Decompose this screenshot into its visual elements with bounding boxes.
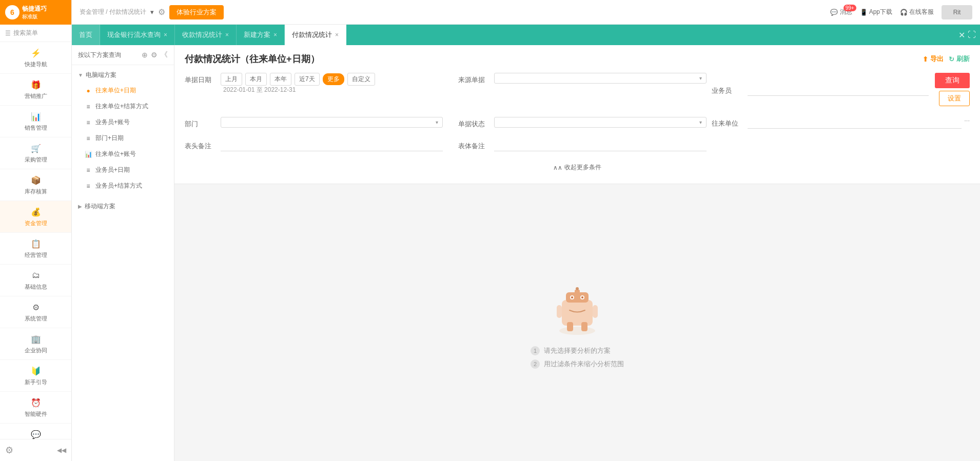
clipboard-icon: 📋 <box>30 238 42 249</box>
footer-collapse-icon[interactable]: ◀◀ <box>57 447 66 454</box>
online-service-button[interactable]: 🎧 在线客服 <box>900 8 934 16</box>
tab-payment[interactable]: 付款情况统计 × <box>285 25 346 45</box>
sidebar-item-hardware[interactable]: ⏰ 智能硬件 <box>0 392 71 424</box>
group-arrow-icon: ▼ <box>78 72 83 78</box>
date-range-text: 2022-01-01 至 2022-12-31 <box>223 86 443 94</box>
header-note-input[interactable] <box>221 139 443 151</box>
header-note-section: 表头备注 <box>185 139 443 151</box>
staff-input[interactable] <box>748 84 929 96</box>
date-btn-last-month[interactable]: 上月 <box>221 73 242 86</box>
search-menu[interactable]: ☰ 搜索菜单 <box>0 25 71 42</box>
app-download-button[interactable]: 📱 App下载 <box>860 8 892 16</box>
scheme-item-partner-date[interactable]: ● 往来单位+日期 <box>72 83 174 98</box>
phone-icon: 📱 <box>860 9 868 16</box>
body-note-input[interactable] <box>494 139 706 151</box>
collapse-button[interactable]: ∧∧ 收起更多条件 <box>549 159 605 176</box>
scheme-group-desktop-title[interactable]: ▼ 电脑端方案 <box>72 68 174 83</box>
status-select[interactable]: ▾ <box>494 117 706 128</box>
topbar-gear-icon[interactable]: ⚙ <box>158 7 165 17</box>
partner-dots-icon[interactable]: ··· <box>964 116 970 124</box>
dept-select[interactable]: ▾ <box>221 117 443 128</box>
sidebar-item-inventory[interactable]: 📦 库存核算 <box>0 169 71 201</box>
message-button[interactable]: 💬 消息 99+ <box>830 8 852 16</box>
scheme-item-partner-settle[interactable]: ≡ 往来单位+结算方式 <box>72 98 174 114</box>
avatar[interactable]: Rit <box>942 5 972 19</box>
svg-point-6 <box>581 296 583 298</box>
tab-new-scheme-close-icon[interactable]: × <box>273 31 277 38</box>
cart-icon: 🛒 <box>30 143 42 154</box>
scheme-group-mobile-title[interactable]: ▶ 移动端方案 <box>72 199 174 214</box>
tab-maximize-icon[interactable]: ⛶ <box>968 30 976 39</box>
sidebar-item-enterprise[interactable]: 🏢 企业协同 <box>0 328 71 360</box>
sidebar-nav: ⚡ 快捷导航 🎁 营销推广 📊 销售管理 🛒 采购管理 📦 库存核算 💰 资金管… <box>0 42 71 439</box>
main-area: 资金管理 / 付款情况统计 ▾ ⚙ 体验行业方案 💬 消息 99+ 📱 App下… <box>72 0 980 461</box>
date-btn-more[interactable]: 更多 <box>323 73 344 85</box>
scheme-settings-button[interactable]: ⚙ <box>151 51 158 59</box>
sidebar-item-finance[interactable]: 💰 资金管理 <box>0 201 71 233</box>
scheme-item-staff-account[interactable]: ≡ 业务员+账号 <box>72 114 174 130</box>
svg-point-5 <box>571 296 573 298</box>
tab-receipt-close-icon[interactable]: × <box>225 31 229 38</box>
export-icon: ⬆ <box>923 55 928 63</box>
body-note-label: 表体备注 <box>458 139 494 151</box>
date-btn-7days[interactable]: 近7天 <box>295 73 320 86</box>
tab-payment-close-icon[interactable]: × <box>335 31 339 38</box>
scheme-item-staff-date[interactable]: ≡ 业务员+日期 <box>72 162 174 178</box>
sidebar-item-operations[interactable]: 📋 经营管理 <box>0 233 71 265</box>
filter-settings-button[interactable]: 设置 <box>939 91 970 106</box>
tabbar-spacer <box>346 25 954 45</box>
tab-new-scheme[interactable]: 新建方案 × <box>237 25 285 45</box>
status-label: 单据状态 <box>458 117 494 129</box>
breadcrumb-dropdown-icon[interactable]: ▾ <box>150 8 154 16</box>
scheme-collapse-button[interactable]: 《 <box>161 50 168 59</box>
data-area: 1 请先选择要分析的方案 2 用过滤条件来缩小分析范围 <box>174 184 980 461</box>
date-btn-this-month[interactable]: 本月 <box>245 73 267 86</box>
source-select[interactable]: ▾ <box>494 73 706 84</box>
header-note-label: 表头备注 <box>185 139 221 151</box>
sidebar-item-shortcuts[interactable]: ⚡ 快捷导航 <box>0 42 71 74</box>
hint-num-1: 1 <box>531 346 540 355</box>
tab-bank[interactable]: 现金银行流水查询 × <box>100 25 175 45</box>
tabbar: 首页 现金银行流水查询 × 收款情况统计 × 新建方案 × 付款情况统计 × ✕… <box>72 25 980 45</box>
dept-select-arrow-icon: ▾ <box>436 119 438 125</box>
chart-icon: 📊 <box>30 111 42 122</box>
tab-receipt[interactable]: 收款情况统计 × <box>175 25 237 45</box>
logo-icon: 6 <box>5 5 19 19</box>
status-select-arrow-icon: ▾ <box>699 119 702 125</box>
date-btn-custom[interactable]: 自定义 <box>347 73 375 86</box>
refresh-button[interactable]: ↻ 刷新 <box>949 54 970 64</box>
date-filter-section: 单据日期 上月 本月 本年 近7天 更多 自定义 2022-01-01 至 20… <box>185 73 443 94</box>
tab-bank-close-icon[interactable]: × <box>164 31 167 38</box>
sidebar-item-system[interactable]: ⚙ 系统管理 <box>0 296 71 328</box>
scheme-item-icon-5: ≡ <box>84 166 92 174</box>
sidebar-item-basic[interactable]: 🗂 基础信息 <box>0 265 71 296</box>
money-icon: 💰 <box>30 206 42 217</box>
date-btn-this-year[interactable]: 本年 <box>270 73 291 86</box>
dept-filter-section: 部门 ▾ <box>185 117 443 129</box>
sidebar-item-marketing[interactable]: 🎁 营销推广 <box>0 74 71 106</box>
sidebar-item-wechat[interactable]: 💬 企业微信 <box>0 424 71 439</box>
scheme-add-button[interactable]: ⊕ <box>142 51 148 59</box>
search-icon: ☰ <box>5 30 11 37</box>
empty-hint-2: 2 用过滤条件来缩小分析范围 <box>531 359 624 369</box>
svg-rect-10 <box>593 305 598 318</box>
scheme-header: 按以下方案查询 ⊕ ⚙ 《 <box>72 45 174 65</box>
sidebar-item-purchase[interactable]: 🛒 采购管理 <box>0 137 71 169</box>
footer-settings-icon[interactable]: ⚙ <box>5 445 13 456</box>
scheme-item-partner-account[interactable]: 📊 往来单位+账号 <box>72 146 174 162</box>
partner-input[interactable] <box>748 116 962 129</box>
sidebar-item-sales[interactable]: 📊 销售管理 <box>0 106 71 137</box>
staff-label: 业务员 <box>712 84 748 95</box>
empty-state-icon <box>546 277 608 338</box>
sidebar-item-guide[interactable]: 🔰 新手引导 <box>0 360 71 392</box>
svg-point-0 <box>559 327 595 335</box>
scheme-item-dept-date[interactable]: ≡ 部门+日期 <box>72 130 174 146</box>
trial-button[interactable]: 体验行业方案 <box>169 5 224 19</box>
sidebar-logo-text: 畅捷通巧 标准版 <box>22 5 47 21</box>
scheme-item-staff-settle[interactable]: ≡ 业务员+结算方式 <box>72 178 174 194</box>
export-button[interactable]: ⬆ 导出 <box>923 54 944 64</box>
tab-home[interactable]: 首页 <box>72 25 100 45</box>
tab-close-all-icon[interactable]: ✕ <box>958 30 965 40</box>
date-filter-content: 上月 本月 本年 近7天 更多 自定义 2022-01-01 至 2022-12… <box>221 73 443 94</box>
query-button[interactable]: 查询 <box>935 73 970 88</box>
